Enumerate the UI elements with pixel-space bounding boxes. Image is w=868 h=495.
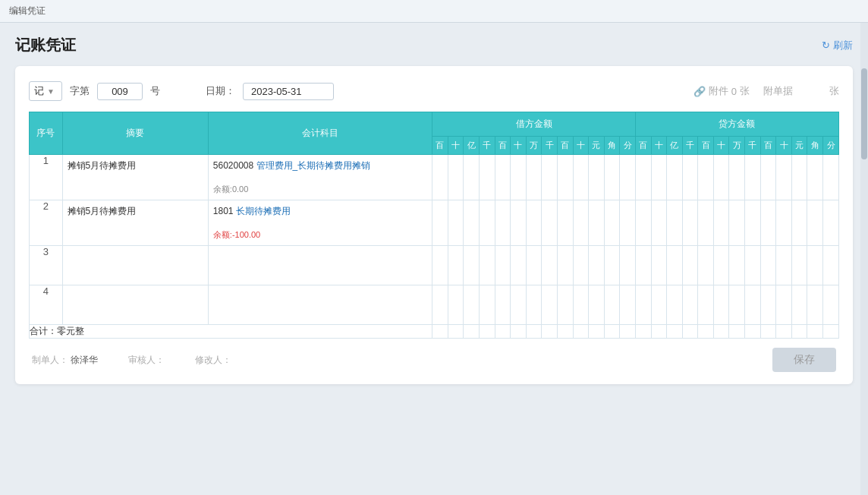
row-1-summary[interactable]: 摊销5月待摊费用 [62,155,208,200]
paperclip-icon: 🔗 [693,86,706,97]
row-1-account[interactable]: 56020008 管理费用_长期待摊费用摊销 余额:0.00 [208,155,432,200]
chevron-down-icon: ▼ [47,87,55,96]
row-3-account[interactable] [208,246,432,285]
row-3-seq: 3 [30,246,63,285]
voucher-number-input[interactable] [97,83,143,100]
form-row: 记 ▼ 字第 号 日期： 🔗 附件 0 张 附单据 张 [29,81,839,101]
scrollbar-thumb[interactable] [861,68,867,159]
window-title: 编辑凭证 [9,5,46,17]
row-4-summary[interactable] [62,285,208,325]
row-4-seq: 4 [30,285,63,325]
attachment-area: 🔗 附件 0 张 附单据 张 [693,84,839,98]
total-label: 合计：零元整 [30,325,432,339]
footer-row: 制单人： 徐泽华 审核人： 修改人： 保存 [29,339,839,372]
table-row: 3 [30,246,839,285]
col-credit-header: 贷方金额 [635,112,838,137]
row-2-account[interactable]: 1801 长期待摊费用 余额:-100.00 [208,200,432,246]
table-row: 1 摊销5月待摊费用 56020008 管理费用_长期待摊费用摊销 余额:0.0… [30,155,839,200]
row-3-summary[interactable] [62,246,208,285]
zi-label: 字第 [70,84,90,98]
voucher-table: 序号 摘要 会计科目 借方金额 贷方金额 百 十 亿 千 百 十 万 千 百 十 [29,112,839,339]
page-title: 记账凭证 [15,35,76,55]
table-row: 2 摊销5月待摊费用 1801 长期待摊费用 余额:-100.00 [30,200,839,246]
creator-name: 徐泽华 [71,355,98,365]
row-1-seq: 1 [30,155,63,200]
creator-label: 制单人： 徐泽华 [32,354,98,367]
date-input[interactable] [243,83,334,100]
fudanju-label: 附单据 [763,84,793,98]
total-row: 合计：零元整 [30,325,839,339]
scrollbar[interactable] [860,23,868,495]
auditor-label: 审核人： [128,354,165,367]
attachment-count: 0 [731,86,737,97]
hao-label: 号 [150,84,160,98]
voucher-card: 记 ▼ 字第 号 日期： 🔗 附件 0 张 附单据 张 [15,66,853,384]
col-summary-header: 摘要 [62,112,208,155]
attachment-link[interactable]: 🔗 附件 0 张 [693,84,750,98]
col-account-header: 会计科目 [208,112,432,155]
refresh-button[interactable]: ↻ 刷新 [822,39,853,52]
save-button[interactable]: 保存 [772,348,836,372]
refresh-icon: ↻ [822,39,830,51]
table-row: 4 [30,285,839,325]
modifier-label: 修改人： [195,354,231,367]
col-debit-header: 借方金额 [432,112,636,137]
zhang-label: 张 [829,84,839,98]
row-4-account[interactable] [208,285,432,325]
date-label: 日期： [206,84,235,98]
ji-select[interactable]: 记 ▼ [29,81,62,101]
row-2-seq: 2 [30,200,63,246]
col-seq-header: 序号 [30,112,63,155]
row-2-summary[interactable]: 摊销5月待摊费用 [62,200,208,246]
